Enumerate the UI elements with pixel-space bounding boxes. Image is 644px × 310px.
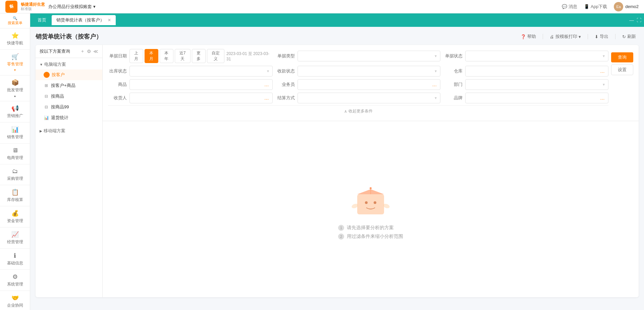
dots-icon3: … [432,82,437,87]
tab-sales-stats[interactable]: 销货单统计表（按客户） ✕ [52,15,116,25]
top-bar: 畅 畅捷通好生意 标准版 办公用品行业模拟账套 ▾ 💬 消息 📱 App下载 E… [0,0,644,13]
app-download-button[interactable]: 📱 App下载 [584,4,607,10]
custom-date-btn[interactable]: 自定义 [207,49,224,63]
scheme-item-return-stats[interactable]: 📊 退货统计 [36,112,102,123]
out-status-select[interactable]: ▾ [129,66,273,76]
sidebar-item-shortcut[interactable]: ⭐ 快捷导航 [0,29,30,50]
dropdown-arrow-icon6: ▾ [435,96,437,100]
page-content: 销货单统计表（按客户） ❓ 帮助 🖨 按模板打印 ▾ ⬇ [30,27,644,310]
this-month-btn[interactable]: 本月 [145,49,158,63]
sidebar-item-ecommerce[interactable]: 🖥 电商管理 [0,144,30,164]
add-scheme-icon[interactable]: ＋ [80,48,85,54]
brand-select[interactable]: … [465,93,608,103]
sidebar-item-retail[interactable]: 🛒 零售管理 ▾ [0,50,30,75]
recipient-select[interactable]: … [129,93,273,103]
more-date-btn[interactable]: 更多 [192,49,206,63]
last-7-btn[interactable]: 近7天 [175,49,191,63]
help-button[interactable]: ❓ 帮助 [518,32,539,41]
sidebar-item-system[interactable]: ⚙ 系统管理 [0,270,30,291]
scheme-section-mobile: ▶ 移动端方案 [36,124,102,137]
scheme-item-by-customer-product[interactable]: ⊞ 按客户+商品 [36,80,102,91]
dots-icon4: … [264,95,269,101]
maximize-icon[interactable]: ⛶ [637,17,641,23]
filter-area: 单据日期 上月 本月 本年 近7天 更多 [103,45,639,121]
settings-button[interactable]: 设置 [611,64,633,75]
dots-icon5: … [600,95,605,101]
active-scheme-indicator [44,72,50,78]
system-subtitle: 标准版 [21,7,45,11]
warehouse-select[interactable]: … [465,66,608,76]
app-logo: 畅 [5,1,17,13]
dots-icon: … [600,68,605,74]
doc-status-select[interactable]: ▾ [465,51,608,61]
filter-settlement: 结算方式 ▾ [276,93,441,103]
svg-point-6 [370,187,372,189]
department-select[interactable]: ▾ [465,79,608,90]
right-panel: 单据日期 上月 本月 本年 近7天 更多 [103,45,639,297]
this-year-btn[interactable]: 本年 [160,49,173,63]
filter-doc-type: 单据类型 ▾ [276,51,441,61]
collapse-area: ∧ 收起更多条件 [108,105,608,117]
divider2 [588,34,588,39]
mobile-section-header[interactable]: ▶ 移动端方案 [36,126,102,136]
filter-doc-status: 单据状态 ▾ [444,51,608,61]
collapse-button[interactable]: ∧ 收起更多条件 [108,106,608,117]
sidebar-item-finance[interactable]: 💰 资金管理 [0,206,30,227]
filter-payment-status: 收款状态 ▾ [276,66,441,76]
scheme-panel: 按以下方案查询 ＋ ⚙ ≪ ▼ 电脑端方案 [36,45,103,297]
filter-department: 部门 ▾ [444,79,608,90]
sidebar-search[interactable]: 🔍 搜索菜单 [0,13,30,29]
scheme-item-by-product[interactable]: ⊟ 按商品 [36,91,102,102]
sidebar-item-inventory[interactable]: 📋 库存核算 [0,185,30,206]
page-actions: ❓ 帮助 🖨 按模板打印 ▾ ⬇ 导出 [518,32,639,41]
top-bar-left: 畅 畅捷通好生意 标准版 办公用品行业模拟账套 ▾ [5,1,96,13]
filter-date: 单据日期 上月 本月 本年 近7天 更多 [108,49,273,63]
empty-hint-1: 1 请先选择要分析的方案 [338,225,403,231]
industry-selector[interactable]: 办公用品行业模拟账套 ▾ [48,4,96,10]
query-button[interactable]: 查询 [611,52,633,62]
svg-point-4 [374,201,376,204]
settlement-select[interactable]: ▾ [298,93,441,103]
export-button[interactable]: ⬇ 导出 [592,32,611,41]
sidebar-item-sales[interactable]: 📊 销售管理 [0,122,30,144]
scheme-header: 按以下方案查询 ＋ ⚙ ≪ [36,45,102,58]
sidebar-item-marketing[interactable]: 📢 营销推广 [0,101,30,122]
empty-illustration [347,179,394,219]
hint-num-1: 1 [338,225,344,231]
doc-type-select[interactable]: ▾ [298,51,441,61]
scheme-item-by-product-99[interactable]: ⊟ 按商品99 [36,102,102,112]
last-month-btn[interactable]: 上月 [129,49,143,63]
chart-icon: 📊 [44,115,49,120]
sidebar-item-basic[interactable]: ℹ 基础信息 [0,249,30,270]
sidebar-item-purchase[interactable]: 🗂 采购管理 [0,164,30,185]
tab-close-icon[interactable]: ✕ [108,18,111,22]
filter-brand: 品牌 … [444,93,608,103]
desktop-section-header[interactable]: ▼ 电脑端方案 [36,59,102,69]
template-print-button[interactable]: 🖨 按模板打印 ▾ [547,32,584,41]
filter-product: 商品 … [108,79,273,90]
scheme-item-by-customer[interactable]: 按客户 [36,69,102,80]
date-range-text: 2023-03-01 至 2023-03-31 [226,51,273,61]
divider [543,34,543,39]
minimize-icon[interactable]: — [629,17,634,23]
scheme-header-actions: ＋ ⚙ ≪ [80,48,98,54]
main-layout: 🔍 搜索菜单 ⭐ 快捷导航 🛒 零售管理 ▾ 📦 批发管理 ▴ 📢 营销推广 📊… [0,13,644,310]
empty-hint-2: 2 用过滤条件来缩小分析范围 [338,234,403,240]
payment-status-select[interactable]: ▾ [298,66,441,76]
dots-icon2: … [264,82,269,87]
table2-icon: ⊟ [44,104,49,110]
refresh-button[interactable]: ↻ 刷新 [620,32,639,41]
dropdown-arrow-icon3: ▾ [267,69,269,73]
sidebar-item-operations[interactable]: 📈 经营管理 [0,227,30,249]
tab-home[interactable]: 首页 [33,15,51,25]
collapse-scheme-icon[interactable]: ≪ [93,49,98,54]
product-select[interactable]: … [129,79,273,90]
divider3 [615,34,615,39]
message-button[interactable]: 💬 消息 [562,4,577,10]
sidebar-item-cooperation[interactable]: 🤝 企业协同 [0,291,30,310]
user-menu[interactable]: Ea demo2 [614,2,639,11]
page-header: 销货单统计表（按客户） ❓ 帮助 🖨 按模板打印 ▾ ⬇ [36,32,639,41]
settings-scheme-icon[interactable]: ⚙ [87,49,91,54]
salesperson-select[interactable]: … [298,79,441,90]
sidebar-item-wholesale[interactable]: 📦 批发管理 ▴ [0,75,30,101]
